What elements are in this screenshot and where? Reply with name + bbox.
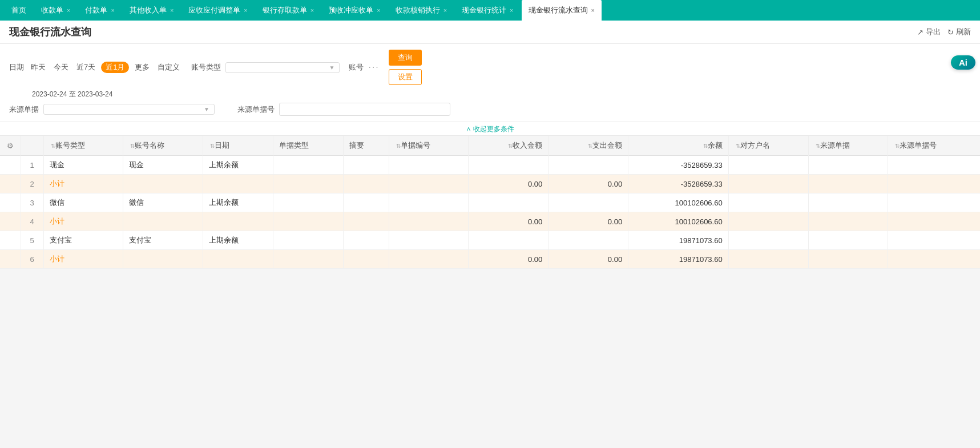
refresh-button[interactable]: ↻ 刷新 (947, 27, 971, 37)
col-source-doc[interactable]: ⇅来源单据 (808, 136, 888, 156)
close-icon[interactable]: × (510, 7, 513, 14)
cell-account-type: 现金 (43, 156, 123, 175)
col-doc-no[interactable]: ⇅单据编号 (389, 136, 469, 156)
table-row: 1现金现金上期余额-3528659.33 (0, 156, 980, 175)
row-gear-cell (0, 250, 21, 269)
col-expense[interactable]: ⇅支出金额 (549, 136, 628, 156)
export-button[interactable]: ↗ 导出 (917, 27, 941, 37)
cell-source-doc-no (888, 193, 980, 212)
cell-doc-type (273, 175, 344, 193)
nav-label: 现金银行统计 (462, 5, 506, 15)
nav-item-stats[interactable]: 现金银行统计 × (455, 0, 520, 21)
cell-date: 上期余额 (203, 231, 273, 250)
account-more-dots[interactable]: ··· (368, 62, 379, 72)
date-yesterday[interactable]: 昨天 (29, 62, 48, 73)
cell-doc-no (389, 231, 469, 250)
row-gear-cell (0, 156, 21, 175)
col-counterpart[interactable]: ⇅对方户名 (728, 136, 808, 156)
nav-item-verify[interactable]: 收款核销执行 × (389, 0, 454, 21)
table-header-row: ⚙ ⇅账号类型 ⇅账号名称 ⇅日期 单据类型 摘要 (0, 136, 980, 156)
cell-balance: 100102606.60 (628, 212, 729, 231)
col-row-num (21, 136, 43, 156)
table-body: 1现金现金上期余额-3528659.332小计0.000.00-3528659.… (0, 156, 980, 269)
close-icon[interactable]: × (111, 7, 114, 14)
data-table: ⚙ ⇅账号类型 ⇅账号名称 ⇅日期 单据类型 摘要 (0, 136, 980, 269)
date-range-display: 2023-02-24 至 2023-03-24 (30, 90, 971, 99)
cell-source-doc-no (888, 175, 980, 193)
cell-source-doc (808, 231, 888, 250)
top-nav: 首页 收款单 × 付款单 × 其他收入单 × 应收应付调整单 × 银行存取款单 … (0, 0, 980, 21)
date-1month[interactable]: 近1月 (101, 62, 129, 73)
cell-summary (344, 231, 389, 250)
cell-balance: 100102606.60 (628, 193, 729, 212)
cell-balance: -3528659.33 (628, 175, 729, 193)
nav-item-payment[interactable]: 付款单 × (78, 0, 121, 21)
cell-source-doc-no (888, 231, 980, 250)
nav-item-receipt[interactable]: 收款单 × (34, 0, 77, 21)
close-icon[interactable]: × (443, 7, 447, 14)
dropdown-arrow-icon: ▼ (329, 64, 335, 71)
cell-source-doc (808, 193, 888, 212)
cell-income: 0.00 (469, 212, 549, 231)
close-icon[interactable]: × (244, 7, 247, 14)
close-icon[interactable]: × (310, 7, 314, 14)
ai-assistant-badge[interactable]: Ai (951, 55, 975, 70)
collapse-label: ∧ 收起更多条件 (466, 125, 514, 133)
nav-item-other-income[interactable]: 其他收入单 × (123, 0, 180, 21)
col-balance[interactable]: ⇅余额 (628, 136, 729, 156)
filter-row-2: 来源单据 ▼ 来源单据号 (9, 103, 971, 116)
date-today[interactable]: 今天 (51, 62, 71, 73)
settings-button[interactable]: 设置 (389, 69, 422, 85)
row-number: 3 (21, 193, 43, 212)
date-more[interactable]: 更多 (132, 62, 152, 73)
collapse-bar[interactable]: ∧ 收起更多条件 (0, 122, 980, 136)
cell-expense: 0.00 (549, 212, 628, 231)
col-income[interactable]: ⇅收入金额 (469, 136, 549, 156)
cell-source-doc-no (888, 212, 980, 231)
close-icon[interactable]: × (67, 7, 70, 14)
cell-balance: 19871073.60 (628, 231, 729, 250)
cell-account-name (123, 212, 203, 231)
gear-icon: ⚙ (7, 142, 14, 150)
account-type-select[interactable]: ▼ (225, 62, 340, 73)
close-icon[interactable]: × (170, 7, 174, 14)
cell-counterpart (728, 250, 808, 269)
source-doc-num-group: 来源单据号 (237, 103, 450, 116)
col-date[interactable]: ⇅日期 (203, 136, 273, 156)
cell-expense (549, 156, 628, 175)
nav-item-cashflow[interactable]: 现金银行流水查询 × (522, 0, 602, 21)
cell-doc-type (273, 193, 344, 212)
col-doc-type: 单据类型 (273, 136, 344, 156)
date-7days[interactable]: 近7天 (74, 62, 98, 73)
col-source-doc-no[interactable]: ⇅来源单据号 (888, 136, 980, 156)
account-type-label: 账号类型 (191, 62, 221, 72)
row-number: 4 (21, 212, 43, 231)
col-account-name[interactable]: ⇅账号名称 (123, 136, 203, 156)
nav-home[interactable]: 首页 (5, 0, 33, 21)
source-doc-group: 来源单据 ▼ (9, 104, 215, 115)
nav-label: 应收应付调整单 (188, 5, 240, 15)
nav-label: 银行存取款单 (263, 5, 307, 15)
nav-label: 收款核销执行 (396, 5, 440, 15)
close-icon[interactable]: × (377, 7, 380, 14)
source-doc-select[interactable]: ▼ (43, 104, 215, 115)
query-button[interactable]: 查询 (389, 50, 422, 66)
nav-item-prepaid[interactable]: 预收冲应收单 × (322, 0, 387, 21)
nav-item-adjust[interactable]: 应收应付调整单 × (182, 0, 254, 21)
close-icon[interactable]: × (591, 7, 595, 14)
filter-row-1: 日期 昨天 今天 近7天 近1月 更多 自定义 账号类型 ▼ 账号 ··· (9, 50, 971, 85)
cell-counterpart (728, 193, 808, 212)
cell-doc-no (389, 175, 469, 193)
date-custom[interactable]: 自定义 (155, 62, 182, 73)
source-doc-num-input[interactable] (279, 103, 450, 116)
cell-doc-no (389, 193, 469, 212)
cell-account-name: 微信 (123, 193, 203, 212)
cell-account-type: 支付宝 (43, 231, 123, 250)
gear-column-header[interactable]: ⚙ (0, 136, 21, 156)
filter-area: 日期 昨天 今天 近7天 近1月 更多 自定义 账号类型 ▼ 账号 ··· (0, 44, 980, 122)
col-account-type[interactable]: ⇅账号类型 (43, 136, 123, 156)
export-icon: ↗ (917, 28, 923, 37)
nav-item-bank-deposit[interactable]: 银行存取款单 × (256, 0, 321, 21)
cell-doc-type (273, 212, 344, 231)
cell-summary (344, 250, 389, 269)
